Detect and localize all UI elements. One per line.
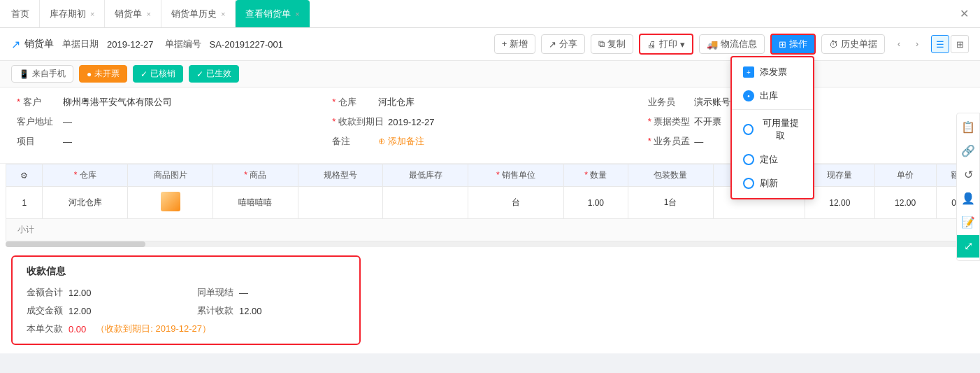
product-image [161,192,180,211]
row-product[interactable]: 嘻嘻嘻嘻 [212,187,298,219]
list-view-icon[interactable]: ☰ [931,35,949,53]
tab-close-inventory[interactable]: × [90,10,94,18]
cumulative-receipt-label: 累计收款 [197,304,233,317]
debt-row: 本单欠款 0.00 （收款到期日: 2019-12-27） [27,323,345,335]
col-spec: 规格型号 [298,164,383,187]
sidebar-doc-icon[interactable]: 📋 [957,116,979,139]
date-label: 单据日期 [62,38,104,50]
dropdown-add-invoice[interactable]: + 添发票 [732,60,813,84]
tab-home[interactable]: 首页 [6,0,40,27]
table-scrollbar[interactable] [6,241,974,247]
effective-button[interactable]: ✓ 已生效 [189,65,239,83]
prev-arrow[interactable]: ‹ [891,36,907,52]
operation-button[interactable]: ⊞ 操作 + 添发票 • 出库 [770,34,816,55]
doc-number-field: 单据编号 SA-20191227-001 [165,38,284,50]
not-open-button[interactable]: ● 未开票 [79,65,127,83]
verified-button[interactable]: ✓ 已核销 [133,65,183,83]
tab-sales-order[interactable]: 销货单 × [105,0,161,27]
warehouse-value[interactable]: 河北仓库 [378,96,415,108]
customer-value[interactable]: 柳州粤港平安气体有限公司 [63,96,172,108]
table-row: 1 河北仓库 嘻嘻嘻嘻 台 1.00 1台 12.00 12.00 0. [6,187,974,219]
payment-info: 收款信息 金额合计 12.00 同单现结 — 成交金额 12.00 累计收款 1… [11,255,361,345]
operation-wrapper: ⊞ 操作 + 添发票 • 出库 [770,34,816,55]
check-icon: ✓ [140,69,147,79]
col-settings[interactable]: ⚙ [6,164,43,187]
employee-label: 业务员 [648,96,690,108]
warehouse-field: 仓库 河北仓库 [332,96,647,108]
cumulative-receipt-value: 12.00 [239,306,262,316]
logistics-icon: 🚚 [707,39,718,50]
ticket-type-label: 票据类型 [648,115,691,128]
sidebar-user-icon[interactable]: 👤 [957,188,979,210]
tab-close-view[interactable]: × [295,10,299,18]
ticket-type-value[interactable]: 不开票 [694,115,721,128]
due-date-label: 收款到期日 [332,115,384,128]
doc-meta: 单据日期 2019-12-27 单据编号 SA-20191227-001 [62,38,283,50]
logistics-button[interactable]: 🚚 物流信息 [699,34,765,54]
history-button[interactable]: ⏱ 历史单据 [821,34,885,54]
doc-date-field: 单据日期 2019-12-27 [62,38,154,50]
transaction-amount-label: 成交金额 [27,304,63,317]
col-min-stock: 最低库存 [383,164,468,187]
subtotal-row: 小计 [6,219,974,241]
quantity-icon [743,124,754,135]
tab-close-sales[interactable]: × [146,10,150,18]
due-date-value[interactable]: 2019-12-27 [388,117,435,127]
dropdown-locate[interactable]: 定位 [732,148,813,171]
project-field: 项目 — [17,135,332,148]
copy-button[interactable]: ⧉ 复制 [591,34,633,54]
address-field: 客户地址 — [17,115,332,128]
next-arrow[interactable]: › [909,36,925,52]
from-phone-button[interactable]: 📱 来自手机 [11,65,73,83]
window-close-button[interactable]: ✕ [954,7,974,20]
print-icon: 🖨 [647,39,656,50]
col-warehouse: 仓库 [43,164,128,187]
customer-field: 客户 柳州粤港平安气体有限公司 [17,96,332,108]
dropdown-outbound[interactable]: • 出库 [732,84,813,108]
total-amount-value: 12.00 [69,288,92,298]
tab-sales-history[interactable]: 销货单历史 × [161,0,236,27]
row-product-img [128,187,213,219]
tab-view-sales[interactable]: 查看销货单 × [236,0,309,27]
row-num: 1 [6,187,43,219]
plus-icon: ⊕ [378,136,385,146]
sidebar-note-icon[interactable]: 📝 [957,211,979,234]
add-notes-button[interactable]: ⊕ 添加备注 [378,135,424,148]
project-value: — [63,136,72,147]
share-button[interactable]: ↗ 分享 [541,34,585,54]
tab-close-history[interactable]: × [221,10,225,18]
new-button[interactable]: + 新增 [494,34,535,54]
row-current-stock: 12.00 [805,187,874,219]
scrollbar-thumb [6,241,145,247]
notes-field: 备注 ⊕ 添加备注 [332,135,647,148]
doc-title-text: 销货单 [24,38,54,50]
address-label: 客户地址 [17,115,59,128]
doc-title: ↗ 销货单 [11,38,54,51]
dropdown-refresh[interactable]: 刷新 [732,171,813,195]
same-order-row: 同单现结 — [197,286,345,299]
address-value: — [63,117,72,127]
sidebar-refresh-icon[interactable]: ↺ [957,164,979,186]
col-sales-unit: 销售单位 [468,164,564,187]
form-section: 客户 柳州粤港平安气体有限公司 仓库 河北仓库 业务员 演示账号 客户地址 — … [0,87,980,164]
due-date-field: 收款到期日 2019-12-27 [332,115,647,128]
tab-inventory-init[interactable]: 库存期初 × [40,0,105,27]
print-button[interactable]: 🖨 打印 ▾ [639,34,693,55]
row-quantity: 1.00 [563,187,628,219]
number-value: SA-20191227-001 [210,39,284,50]
operation-icon: ⊞ [779,39,786,50]
form-row-1: 客户 柳州粤港平安气体有限公司 仓库 河北仓库 业务员 演示账号 [17,96,963,108]
row-warehouse: 河北仓库 [43,187,128,219]
add-invoice-icon: + [743,66,754,78]
circle-icon: ● [87,69,92,79]
dropdown-quantity-extract[interactable]: 可用量提取 [732,111,813,148]
sidebar-link-icon[interactable]: 🔗 [957,140,979,162]
doc-actions: + 新增 ↗ 分享 ⧉ 复制 🖨 打印 ▾ 🚚 物流信息 ⊞ 操作 [494,34,969,55]
print-dropdown-icon: ▾ [680,39,685,50]
view-icons: ☰ ⊞ [931,35,969,53]
grid-view-icon[interactable]: ⊞ [951,35,969,53]
sidebar-expand-icon[interactable]: ⤢ [957,235,979,258]
doc-icon: ↗ [11,38,20,51]
number-label: 单据编号 [165,38,207,50]
refresh-icon [743,178,754,189]
